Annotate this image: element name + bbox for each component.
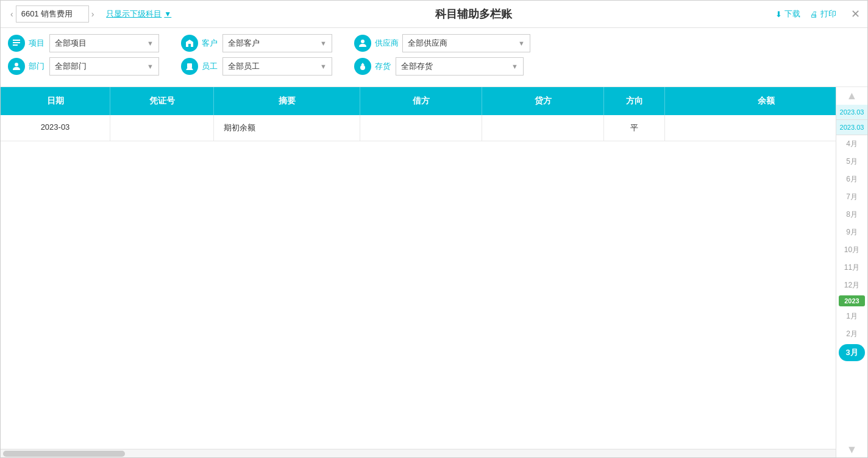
customer-value: 全部客户 (228, 38, 260, 49)
employee-label: 员工 (202, 61, 219, 72)
cell-summary: 期初余额 (214, 115, 360, 141)
sidebar-month-11[interactable]: 11月 (836, 259, 867, 277)
filter-item-supplier: 供应商 全部供应商 ▼ (354, 34, 530, 52)
inventory-select-arrow-icon: ▼ (511, 63, 518, 70)
inventory-icon (354, 58, 371, 75)
col-voucher: 凭证号 (110, 87, 214, 115)
svg-rect-6 (187, 63, 192, 68)
right-sidebar: ▲ 2023.03 2023.03 4月 5月 6月 7月 8月 9月 10月 … (836, 87, 867, 458)
nav-prev-button[interactable]: ‹ (8, 8, 16, 20)
project-select[interactable]: 全部项目 ▼ (49, 34, 159, 52)
sidebar-down-arrow[interactable]: ▼ (844, 441, 860, 458)
sidebar-period-2[interactable]: 2023.03 (836, 120, 867, 135)
department-icon (8, 58, 25, 75)
sidebar-month-6[interactable]: 6月 (836, 171, 867, 188)
sidebar-month-12[interactable]: 12月 (836, 277, 867, 294)
project-select-arrow-icon: ▼ (147, 40, 154, 47)
svg-rect-2 (13, 44, 18, 46)
employee-select[interactable]: 全部员工 ▼ (222, 57, 332, 76)
sidebar-period-1[interactable]: 2023.03 (836, 105, 867, 120)
department-value: 全部部门 (55, 61, 87, 72)
main-content: 日期 凭证号 摘要 借方 贷方 方向 余额 2023-03 期初余额 平 (1, 87, 867, 458)
filter-item-customer: 客户 全部客户 ▼ (181, 34, 332, 52)
col-date: 日期 (1, 87, 110, 115)
sidebar-month-2[interactable]: 2月 (836, 325, 867, 343)
filter-item-department: 部门 全部部门 ▼ (8, 57, 159, 76)
supplier-label: 供应商 (375, 38, 399, 49)
customer-select-arrow-icon: ▼ (320, 40, 327, 47)
svg-rect-1 (13, 42, 20, 43)
inventory-select[interactable]: 全部存货 ▼ (396, 57, 524, 76)
col-direction: 方向 (604, 87, 665, 115)
inventory-label: 存货 (375, 61, 392, 72)
cell-voucher (110, 115, 214, 141)
scroll-thumb[interactable] (3, 451, 125, 457)
sidebar-month-9[interactable]: 9月 (836, 224, 867, 241)
show-sub-label: 只显示下级科目 (106, 9, 162, 19)
inventory-value: 全部存货 (401, 61, 433, 72)
svg-rect-3 (188, 44, 191, 47)
filter-row-1: 项目 全部项目 ▼ 客户 全部客户 ▼ (8, 34, 860, 52)
nav-next-button[interactable]: › (89, 8, 97, 20)
cell-date: 2023-03 (1, 115, 110, 141)
employee-select-arrow-icon: ▼ (320, 63, 327, 70)
col-credit: 贷方 (482, 87, 604, 115)
sidebar-month-3-active[interactable]: 3月 (839, 344, 865, 361)
close-button[interactable]: ✕ (851, 7, 860, 21)
department-label: 部门 (29, 61, 46, 72)
supplier-icon (354, 35, 371, 52)
col-debit: 借方 (360, 87, 482, 115)
customer-label: 客户 (202, 38, 219, 49)
department-select-arrow-icon: ▼ (147, 63, 154, 70)
sidebar-month-7[interactable]: 7月 (836, 188, 867, 206)
project-value: 全部项目 (55, 38, 87, 49)
department-select[interactable]: 全部部门 ▼ (49, 57, 159, 76)
sidebar-month-8[interactable]: 8月 (836, 206, 867, 224)
table-row: 2023-03 期初余额 平 (1, 115, 867, 141)
download-button[interactable]: ⬇ 下载 (775, 9, 800, 19)
sidebar-month-10[interactable]: 10月 (836, 241, 867, 259)
supplier-select-arrow-icon: ▼ (518, 40, 525, 47)
customer-select[interactable]: 全部客户 ▼ (222, 34, 332, 52)
col-summary: 摘要 (214, 87, 360, 115)
sidebar-up-arrow[interactable]: ▲ (844, 87, 860, 104)
show-sub-arrow-icon: ▼ (164, 10, 171, 18)
employee-value: 全部员工 (228, 61, 260, 72)
svg-point-7 (360, 65, 365, 70)
account-code-display: 6601 销售费用 (16, 5, 89, 23)
print-button[interactable]: 🖨 打印 (810, 9, 836, 19)
cell-credit (482, 115, 604, 141)
page-title: 科目辅助多栏账 (171, 7, 775, 21)
table-header: 日期 凭证号 摘要 借方 贷方 方向 余额 (1, 87, 867, 115)
supplier-select[interactable]: 全部供应商 ▼ (402, 34, 530, 52)
svg-point-5 (15, 63, 18, 66)
customer-icon (181, 35, 198, 52)
cell-debit (360, 115, 482, 141)
svg-point-4 (361, 40, 365, 43)
sidebar-month-5[interactable]: 5月 (836, 153, 867, 171)
filter-area: 项目 全部项目 ▼ 客户 全部客户 ▼ (1, 28, 867, 87)
sidebar-year-badge: 2023 (839, 295, 865, 306)
project-label: 项目 (29, 38, 46, 49)
horizontal-scrollbar[interactable] (1, 449, 836, 457)
print-icon: 🖨 (810, 10, 818, 19)
sidebar-month-4[interactable]: 4月 (836, 135, 867, 153)
sidebar-month-1[interactable]: 1月 (836, 308, 867, 325)
filter-item-employee: 员工 全部员工 ▼ (181, 57, 332, 76)
table-body: 2023-03 期初余额 平 (1, 115, 867, 141)
show-sub-button[interactable]: 只显示下级科目 ▼ (106, 9, 171, 19)
employee-icon (181, 58, 198, 75)
svg-rect-0 (13, 40, 20, 41)
cell-direction: 平 (604, 115, 665, 141)
project-icon (8, 35, 25, 52)
filter-row-2: 部门 全部部门 ▼ 员工 全部员工 ▼ (8, 57, 860, 76)
filter-item-inventory: 存货 全部存货 ▼ (354, 57, 524, 76)
supplier-value: 全部供应商 (408, 38, 447, 49)
filter-item-project: 项目 全部项目 ▼ (8, 34, 159, 52)
download-icon: ⬇ (775, 10, 782, 19)
